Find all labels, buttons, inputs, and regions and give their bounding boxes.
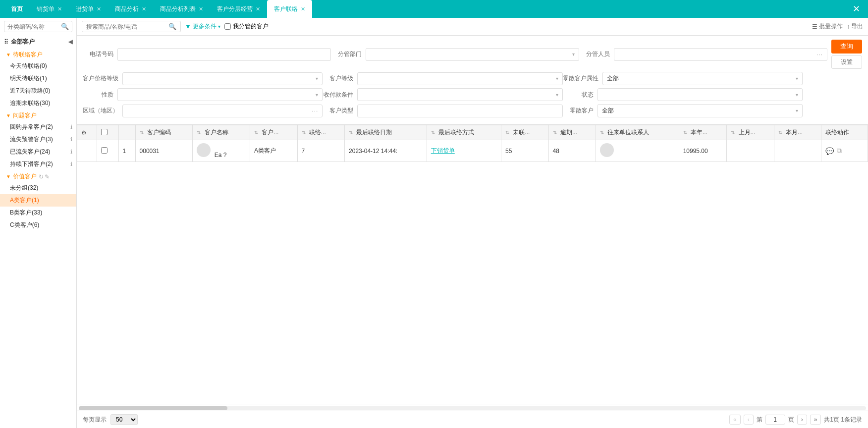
region-input[interactable]: ···: [122, 105, 323, 117]
sidebar-search-box[interactable]: 🔍: [4, 21, 72, 32]
payment-dropdown-icon: ▾: [556, 92, 558, 98]
close-customer-contact-tab[interactable]: ✕: [301, 6, 305, 12]
price-level-input[interactable]: ▾: [122, 72, 323, 85]
row-checkbox-cell[interactable]: [97, 140, 118, 162]
query-button[interactable]: 查询: [831, 40, 862, 54]
collapse-icon[interactable]: ◀: [68, 39, 72, 45]
sort-this-month-icon: ⇅: [778, 130, 782, 135]
last-page-button[interactable]: »: [810, 415, 821, 425]
person-input[interactable]: ···: [614, 48, 827, 61]
sidebar-item-class-c[interactable]: C类客户(6): [0, 219, 76, 231]
sort-overdue-icon: ⇅: [553, 130, 557, 135]
sidebar-item-7days[interactable]: 近7天待联络(0): [0, 85, 76, 97]
retail-customer-input[interactable]: 全部 ▾: [597, 104, 803, 117]
prev-page-button[interactable]: ‹: [744, 415, 754, 425]
col-last-month[interactable]: ⇅ 上月...: [727, 125, 774, 140]
col-name[interactable]: ⇅ 客户名称: [193, 125, 250, 140]
col-contact[interactable]: ⇅ 联络...: [297, 125, 345, 140]
nav-product-analysis-list[interactable]: 商品分析列表 ✕: [153, 0, 210, 18]
nav-home[interactable]: 首页: [4, 0, 30, 18]
sidebar-item-today[interactable]: 今天待联络(0): [0, 60, 76, 72]
settings-icon[interactable]: ⚙: [81, 129, 87, 136]
first-page-button[interactable]: «: [729, 415, 741, 425]
sidebar-item-tomorrow[interactable]: 明天待联络(1): [0, 72, 76, 85]
value-group-refresh[interactable]: ↻: [39, 173, 44, 180]
customer-type-input[interactable]: [357, 105, 562, 117]
close-product-analysis-list-tab[interactable]: ✕: [199, 6, 203, 12]
col-type[interactable]: ⇅ 客户...: [250, 125, 297, 140]
col-last-contact-method[interactable]: ⇅ 最后联络方式: [427, 125, 501, 140]
sidebar-item-ungrouped[interactable]: 未分组(32): [0, 182, 76, 194]
top-navigation: 首页 销货单 ✕ 进货单 ✕ 商品分析 ✕ 商品分析列表 ✕ 客户分层经营 ✕ …: [0, 0, 868, 18]
customer-level-input[interactable]: ▾: [357, 72, 562, 85]
row-unit-contact-cell: [596, 140, 679, 162]
page-number-input[interactable]: [765, 415, 785, 425]
close-purchase-tab[interactable]: ✕: [97, 6, 101, 12]
sidebar-item-repurchase-abnormal[interactable]: 回购异常客户(2) ℹ: [0, 121, 76, 133]
sort-contact-icon: ⇅: [302, 130, 306, 135]
all-customers-header[interactable]: ⠿ 全部客户 ◀: [0, 35, 76, 49]
scrollbar-thumb[interactable]: [79, 406, 227, 410]
sidebar-item-class-b[interactable]: B类客户(33): [0, 207, 76, 219]
payment-input[interactable]: ▾: [357, 88, 562, 101]
sidebar-item-churned[interactable]: 已流失客户(24) ℹ: [0, 146, 76, 158]
export-button[interactable]: ↑ 导出: [847, 22, 863, 31]
phone-input[interactable]: [117, 48, 331, 61]
sidebar-item-churn-warning[interactable]: 流失预警客户(3) ℹ: [0, 133, 76, 146]
next-page-button[interactable]: ›: [797, 415, 807, 425]
group-pending-contact[interactable]: ▼ 待联络客户: [0, 49, 76, 60]
col-settings[interactable]: ⚙: [77, 125, 97, 140]
col-code[interactable]: ⇅ 客户编码: [135, 125, 193, 140]
nav-purchase[interactable]: 进货单 ✕: [69, 0, 108, 18]
close-sales-tab[interactable]: ✕: [57, 6, 62, 12]
sort-method-icon: ⇅: [431, 130, 435, 135]
close-customer-tier-tab[interactable]: ✕: [256, 6, 260, 12]
nav-sales[interactable]: 销货单 ✕: [30, 0, 69, 18]
col-checkbox[interactable]: [97, 125, 118, 140]
nav-product-analysis[interactable]: 商品分析 ✕: [108, 0, 153, 18]
horizontal-scrollbar[interactable]: [77, 405, 868, 411]
sidebar-item-overdue-contact[interactable]: 逾期未联络(30): [0, 97, 76, 109]
row-checkbox[interactable]: [101, 147, 108, 154]
comment-action-icon[interactable]: 💬: [825, 147, 834, 155]
retail-attr-input[interactable]: 全部 ▾: [602, 72, 803, 85]
row-last-contact-method-cell[interactable]: 下销货单: [427, 140, 501, 162]
value-group-edit[interactable]: ✎: [45, 173, 50, 180]
sidebar-search-input[interactable]: [7, 23, 61, 30]
col-this-month[interactable]: ⇅ 本月...: [774, 125, 821, 140]
filter-button[interactable]: ▼ 更多条件 ▾: [185, 22, 220, 31]
col-last-contact-date[interactable]: ⇅ 最后联络日期: [345, 125, 427, 140]
col-unit-contact[interactable]: ⇅ 往来单位联系人: [596, 125, 679, 140]
status-input[interactable]: ▾: [597, 88, 803, 101]
select-all-checkbox[interactable]: [101, 129, 108, 135]
group-value-customers[interactable]: ▼ 价值客户 ↻ ✎: [0, 170, 76, 182]
row-this-year-cell: 10995.00: [679, 140, 727, 162]
batch-operations-button[interactable]: ☰ 批量操作: [812, 22, 843, 31]
customer-level-dropdown-icon: ▾: [556, 76, 558, 81]
dept-field: 分管部门 ▾: [331, 48, 579, 61]
my-customers-checkbox[interactable]: [224, 23, 231, 30]
contact-method-link[interactable]: 下销货单: [431, 147, 455, 154]
search-box[interactable]: 🔍: [82, 21, 181, 32]
nav-customer-tier[interactable]: 客户分层经营 ✕: [210, 0, 267, 18]
col-overdue[interactable]: ⇅ 逾期...: [548, 125, 596, 140]
nature-field: 性质 ▾: [83, 88, 323, 101]
per-page-select[interactable]: 50 10 20 100: [110, 414, 138, 425]
group-problem-customers[interactable]: ▼ 问题客户: [0, 109, 76, 121]
close-product-analysis-tab[interactable]: ✕: [142, 6, 146, 12]
settings-button[interactable]: 设置: [831, 55, 862, 69]
col-not-contacted[interactable]: ⇅ 未联...: [501, 125, 549, 140]
nature-input[interactable]: ▾: [117, 88, 323, 101]
customer-avatar: [197, 143, 211, 157]
window-close-button[interactable]: ✕: [849, 3, 864, 14]
dept-input[interactable]: ▾: [366, 48, 579, 61]
sidebar: 🔍 ⠿ 全部客户 ◀ ▼ 待联络客户 今天待联络(0) 明天待联络(1) 近7天…: [0, 18, 77, 428]
nav-customer-contact[interactable]: 客户联络 ✕: [267, 0, 312, 18]
payment-field: 收付款条件 ▾: [323, 88, 562, 101]
link-action-icon[interactable]: ⧉: [837, 147, 842, 155]
sidebar-item-declining[interactable]: 持续下滑客户(2) ℹ: [0, 158, 76, 170]
search-input[interactable]: [86, 23, 168, 30]
my-customers-filter[interactable]: 我分管的客户: [224, 22, 269, 31]
col-this-year[interactable]: ⇅ 本年...: [679, 125, 727, 140]
sidebar-item-class-a[interactable]: A类客户(1): [0, 194, 76, 207]
